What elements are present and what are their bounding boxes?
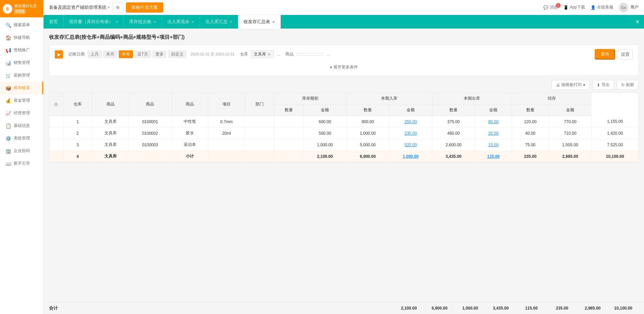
row-out-qty[interactable]: 20.00 bbox=[475, 128, 512, 139]
col-warehouse-header: 仓库 bbox=[63, 93, 92, 116]
warehouse-filter-group: 仓库 文具库 ✕ ... bbox=[240, 50, 280, 58]
row-in-qty[interactable]: 520.00 bbox=[389, 139, 432, 151]
col-balance-qty-header: 数量 bbox=[512, 104, 549, 116]
date-btn-7days[interactable]: 近7天 bbox=[134, 50, 151, 58]
sidebar-item-search[interactable]: 🔍 搜索菜单 bbox=[0, 19, 43, 31]
warehouse-tag[interactable]: 文具库 ✕ bbox=[251, 50, 274, 58]
tab-bar-close-button[interactable]: ✕ bbox=[630, 15, 644, 29]
tab-receive-send-summary-label: 收发存汇总表 bbox=[244, 19, 270, 25]
goods-input-placeholder[interactable] bbox=[296, 53, 324, 56]
tab-batch[interactable]: 库存批次账 ✕ bbox=[124, 15, 162, 29]
goods-more[interactable]: ... bbox=[326, 52, 330, 57]
row-settings-cell bbox=[49, 128, 63, 139]
mobile-icon: 📱 bbox=[563, 5, 568, 10]
print-button[interactable]: 🖨 按模板打印 ▾ bbox=[551, 80, 590, 90]
enterprise-icon: 🏢 bbox=[5, 148, 11, 154]
date-btn-this-month[interactable]: 本月 bbox=[103, 50, 117, 58]
row-code: 0100003 bbox=[129, 139, 171, 151]
tab-receive-send-summary[interactable]: 收发存汇总表 ✕ bbox=[238, 15, 281, 29]
date-btn-custom[interactable]: 自定义 bbox=[168, 50, 186, 58]
col-settings-icon[interactable]: ⚙ bbox=[54, 102, 58, 107]
data-table-container: ⚙ 仓库 商品 商品 商品 项目 部门 库存期初 本期入库 本期出库 结存 bbox=[49, 93, 639, 163]
tab-close-icon[interactable]: ✕ bbox=[115, 20, 118, 24]
table-row: 3文具库0100003采访本1,000.005,000.00520.002,60… bbox=[49, 139, 638, 151]
tab-close-icon[interactable]: ✕ bbox=[192, 20, 194, 24]
row-in-qty-link[interactable]: 230.00 bbox=[404, 131, 417, 136]
row-opening-amt: 5,000.00 bbox=[346, 139, 389, 151]
row-spec: 20ml bbox=[208, 128, 245, 139]
row-in-qty[interactable]: 230.00 bbox=[389, 128, 432, 139]
date-btn-this-year[interactable]: 本年 bbox=[119, 50, 133, 58]
sidebar-item-finance[interactable]: 💰 资金管理 bbox=[0, 94, 43, 107]
date-btn-last-month[interactable]: 上月 bbox=[87, 50, 102, 58]
query-button[interactable]: 查询 bbox=[595, 49, 615, 60]
row-in-qty[interactable]: 250.00 bbox=[389, 116, 432, 128]
row-opening-amt: 6,900.00 bbox=[346, 151, 389, 162]
col-settings-header: ⚙ bbox=[49, 93, 63, 116]
row-code: 0100001 bbox=[129, 116, 171, 128]
trial-button[interactable]: 体验行业方案 bbox=[126, 2, 163, 13]
col-opening-header: 库存期初 bbox=[274, 93, 346, 104]
system-selector[interactable]: 装备及固定资产辅助管理系统 ▾ bbox=[49, 4, 110, 11]
sidebar-item-system[interactable]: ⚙️ 系统管理 bbox=[0, 132, 43, 145]
refresh-button[interactable]: ↻ 刷新 bbox=[617, 80, 639, 90]
col-dept-header: 部门 bbox=[245, 93, 274, 116]
sidebar-item-basic[interactable]: 📋 基础信息 bbox=[0, 119, 43, 132]
row-dept bbox=[274, 151, 303, 162]
sidebar-item-marketing[interactable]: 📢 营销推广 bbox=[0, 44, 43, 56]
col-opening-amt-header: 金额 bbox=[303, 104, 346, 116]
expand-more-button[interactable]: ▾ 展开更多条件 bbox=[327, 63, 361, 71]
purchase-icon: 🛒 bbox=[5, 73, 11, 78]
sidebar-item-enterprise[interactable]: 🏢 企业协同 bbox=[0, 145, 43, 157]
col-name-header: 商品 bbox=[129, 93, 171, 116]
tab-inventory-dist[interactable]: 现存量（库存分布表） ✕ bbox=[64, 15, 124, 29]
user-name: 用户 bbox=[630, 4, 639, 10]
row-out-qty[interactable]: 15.00 bbox=[475, 139, 512, 151]
warehouse-more[interactable]: ... bbox=[277, 52, 280, 57]
sidebar-item-guide[interactable]: 📖 新手引导 bbox=[0, 157, 43, 170]
tab-home[interactable]: 首页 bbox=[44, 15, 64, 29]
sidebar-item-inventory[interactable]: 📦 库存核算 bbox=[0, 82, 43, 94]
sidebar-logo[interactable]: 6 畅捷通好生意 标准版 bbox=[0, 0, 43, 17]
settings-button-inline[interactable]: 设置 bbox=[618, 49, 633, 60]
filter-toggle-button[interactable]: ▶ bbox=[55, 50, 63, 59]
row-out-qty[interactable]: 115.00 bbox=[475, 151, 512, 162]
row-out-qty-link[interactable]: 20.00 bbox=[488, 131, 498, 136]
row-out-qty-link[interactable]: 115.00 bbox=[487, 154, 500, 159]
tab-batch-label: 库存批次账 bbox=[129, 19, 151, 25]
row-opening-qty: 500.00 bbox=[303, 128, 346, 139]
row-out-qty-link[interactable]: 80.00 bbox=[488, 119, 498, 124]
row-out-qty[interactable]: 80.00 bbox=[475, 116, 512, 128]
data-table: ⚙ 仓库 商品 商品 商品 项目 部门 库存期初 本期入库 本期出库 结存 bbox=[49, 93, 638, 162]
total-opening-amt: 6,900.00 bbox=[424, 306, 455, 311]
app-download-button[interactable]: 📱 App下载 bbox=[563, 4, 585, 10]
sidebar-item-operation[interactable]: 📈 经营管理 bbox=[0, 107, 43, 119]
row-in-qty-link[interactable]: 520.00 bbox=[404, 143, 417, 147]
tab-close-icon[interactable]: ✕ bbox=[272, 20, 275, 24]
tab-in-out-flow[interactable]: 出入库流水 ✕ bbox=[162, 15, 200, 29]
tab-in-out-summary[interactable]: 出入库汇总 ✕ bbox=[200, 15, 238, 29]
tab-close-icon[interactable]: ✕ bbox=[153, 20, 156, 24]
sidebar-item-quick-nav[interactable]: 🏠 快捷导航 bbox=[0, 31, 43, 44]
basic-icon: 📋 bbox=[5, 123, 11, 129]
service-icon: 👤 bbox=[591, 5, 596, 10]
date-btn-more[interactable]: 更多 bbox=[152, 50, 167, 58]
home-icon: 🏠 bbox=[5, 35, 11, 40]
row-in-qty[interactable]: 1,000.00 bbox=[389, 151, 432, 162]
row-in-qty-link[interactable]: 250.00 bbox=[404, 119, 417, 124]
message-button[interactable]: 💬 消息 6 bbox=[543, 4, 558, 10]
warehouse-tag-close-icon[interactable]: ✕ bbox=[267, 52, 271, 57]
goods-filter-group: 商品 ... bbox=[285, 51, 330, 57]
user-menu[interactable]: Ea 用户 bbox=[619, 3, 639, 12]
row-in-qty-link[interactable]: 1,000.00 bbox=[403, 154, 419, 159]
tab-close-icon[interactable]: ✕ bbox=[230, 20, 232, 24]
sidebar-item-sales[interactable]: 📊 销售管理 bbox=[0, 56, 43, 69]
system-icon: ⚙️ bbox=[5, 136, 11, 141]
row-balance-qty: 710.00 bbox=[549, 128, 592, 139]
settings-button[interactable]: ⚙ bbox=[112, 2, 123, 13]
row-dept bbox=[274, 139, 303, 151]
sidebar-item-purchase[interactable]: 🛒 采购管理 bbox=[0, 69, 43, 82]
online-service-button[interactable]: 👤 在线客服 bbox=[591, 4, 613, 10]
row-out-qty-link[interactable]: 15.00 bbox=[488, 143, 498, 147]
export-button[interactable]: ⬇ 导出 bbox=[592, 80, 614, 90]
